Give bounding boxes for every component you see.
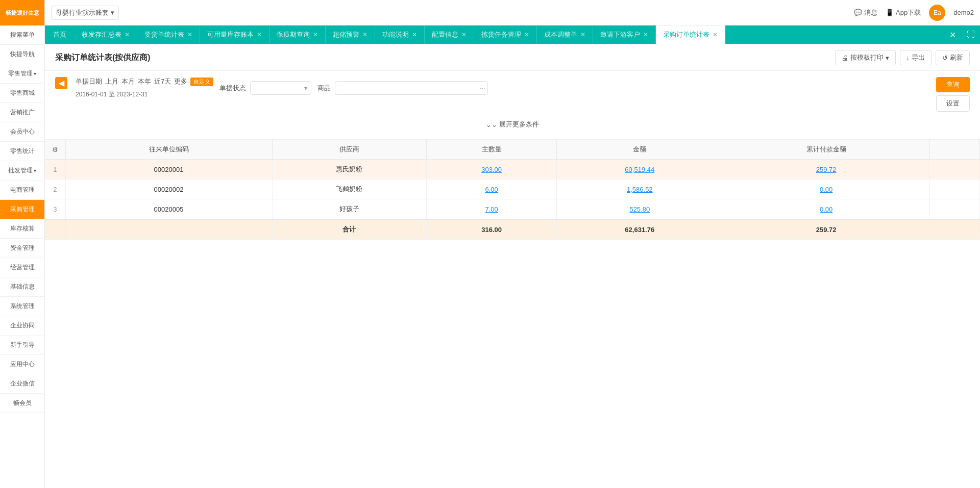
- nav-tab-保质期查询[interactable]: 保质期查询✕: [270, 25, 326, 44]
- shortcut-last-month[interactable]: 上月: [105, 77, 118, 86]
- table-footer: 合计 316.00 62,631.76 259.72: [45, 219, 980, 240]
- refresh-button[interactable]: ↺ 刷新: [936, 50, 970, 65]
- table-row[interactable]: 1 00020001 惠氏奶粉 303.00 60,519.44 259.72: [45, 160, 980, 179]
- nav-tab-首页[interactable]: 首页: [45, 25, 75, 44]
- export-button[interactable]: ↓ 导出: [900, 50, 932, 65]
- status-select[interactable]: [250, 81, 311, 95]
- print-icon: 🖨: [842, 54, 848, 62]
- sidebar-item-电商管理[interactable]: 电商管理: [0, 181, 45, 200]
- tab-close-icon[interactable]: ✕: [187, 31, 192, 38]
- nav-tab-要货单统计表[interactable]: 要货单统计表✕: [137, 25, 200, 44]
- expand-more-btn[interactable]: ⌄⌄ 展开更多条件: [482, 116, 543, 133]
- sidebar-item-库存核算[interactable]: 库存核算: [0, 219, 45, 239]
- goods-dots-btn[interactable]: ···: [480, 85, 485, 92]
- sidebar-item-label: 会员中心: [10, 128, 35, 135]
- nav-tab-可用量库存账本[interactable]: 可用量库存账本✕: [200, 25, 270, 44]
- table-row[interactable]: 2 00020002 飞鹤奶粉 6.00 1,586.52 0.00: [45, 179, 980, 199]
- nav-tab-功能说明[interactable]: 功能说明✕: [375, 25, 425, 44]
- quantity-link[interactable]: 303.00: [481, 166, 502, 173]
- filter-toggle-btn[interactable]: ◀: [55, 77, 67, 89]
- maximize-icon[interactable]: ⛶: [962, 25, 980, 44]
- sidebar-item-经营管理[interactable]: 经营管理: [0, 258, 45, 277]
- query-button[interactable]: 查询: [936, 77, 970, 92]
- sidebar-item-畅会员[interactable]: 畅会员: [0, 394, 45, 413]
- app-logo: 畅捷通好生意: [0, 0, 45, 25]
- shortcut-more[interactable]: 更多: [174, 77, 187, 86]
- unit-code-cell: 00020005: [65, 199, 272, 220]
- column-settings-icon[interactable]: ⚙: [52, 146, 58, 153]
- date-from[interactable]: 2016-01-01: [76, 91, 107, 98]
- nav-tab-采购订单统计表[interactable]: 采购订单统计表✕: [656, 25, 725, 44]
- sidebar-item-搜索菜单[interactable]: 搜索菜单: [0, 25, 45, 45]
- sidebar-item-应用中心[interactable]: 应用中心: [0, 355, 45, 374]
- tab-close-icon[interactable]: ✕: [257, 31, 262, 38]
- tab-close-icon[interactable]: ✕: [313, 31, 318, 38]
- date-to[interactable]: 2023-12-31: [116, 91, 148, 98]
- tab-close-icon[interactable]: ✕: [524, 31, 529, 38]
- custom-badge[interactable]: 自定义: [190, 78, 213, 86]
- workspace-dropdown[interactable]: 母婴行业演示账套 ▾: [51, 6, 119, 20]
- app-download-btn[interactable]: 📱 App下载: [886, 8, 921, 17]
- col-paid-amount: 累计付款金额: [723, 140, 929, 160]
- col-unit-code: 往来单位编码: [65, 140, 272, 160]
- sidebar-item-系统管理[interactable]: 系统管理: [0, 297, 45, 316]
- tab-label: 超储预警: [333, 30, 359, 39]
- sidebar-item-新手引导[interactable]: 新手引导: [0, 336, 45, 355]
- sidebar-item-资金管理[interactable]: 资金管理: [0, 239, 45, 258]
- sidebar-item-企业微信[interactable]: 企业微信: [0, 374, 45, 394]
- print-button[interactable]: 🖨 按模板打印 ▾: [835, 50, 896, 65]
- tab-close-icon[interactable]: ✕: [713, 31, 718, 38]
- paid-amount-link[interactable]: 0.00: [820, 206, 832, 213]
- footer-label: 合计: [272, 219, 427, 240]
- sidebar-item-采购管理[interactable]: 采购管理: [0, 200, 45, 219]
- amount-link[interactable]: 1,586.52: [627, 186, 653, 193]
- sidebar-item-基础信息[interactable]: 基础信息: [0, 277, 45, 297]
- sidebar-item-营销推广[interactable]: 营销推广: [0, 103, 45, 122]
- quantity-link[interactable]: 7.00: [485, 206, 498, 213]
- tab-close-icon[interactable]: ✕: [125, 31, 130, 38]
- nav-right-icons: ✕ ⛶: [943, 25, 980, 44]
- paid-amount-link[interactable]: 259.72: [816, 166, 837, 173]
- nav-tab-超储预警[interactable]: 超储预警✕: [326, 25, 375, 44]
- nav-tab-收发存汇总表[interactable]: 收发存汇总表✕: [75, 25, 137, 44]
- sidebar-item-会员中心[interactable]: 会员中心: [0, 122, 45, 142]
- nav-tab-配置信息[interactable]: 配置信息✕: [425, 25, 474, 44]
- tab-close-icon[interactable]: ✕: [461, 31, 467, 38]
- message-btn[interactable]: 💬 消息: [854, 8, 877, 17]
- col-extra: [929, 140, 979, 160]
- row-extra: [929, 199, 979, 220]
- close-tab-icon[interactable]: ✕: [943, 25, 962, 44]
- sidebar-item-label: 电商管理: [10, 186, 35, 193]
- nav-tab-拣货任务管理[interactable]: 拣货任务管理✕: [474, 25, 537, 44]
- tab-close-icon[interactable]: ✕: [412, 31, 417, 38]
- tab-close-icon[interactable]: ✕: [643, 31, 648, 38]
- sidebar-item-零售管理[interactable]: 零售管理▾: [0, 64, 45, 84]
- sidebar-item-企业协同[interactable]: 企业协同: [0, 316, 45, 336]
- shortcut-7days[interactable]: 近7天: [154, 77, 171, 86]
- shortcut-this-month[interactable]: 本月: [121, 77, 135, 86]
- nav-tab-成本调整单[interactable]: 成本调整单✕: [537, 25, 593, 44]
- table-row[interactable]: 3 00020005 好孩子 7.00 525.80 0.00: [45, 199, 980, 220]
- nav-tab-邀请下游客户[interactable]: 邀请下游客户✕: [593, 25, 656, 44]
- goods-input[interactable]: [335, 81, 488, 95]
- shortcut-this-year[interactable]: 本年: [138, 77, 151, 86]
- avatar[interactable]: Ea: [929, 5, 945, 21]
- username-label[interactable]: demo2: [953, 9, 974, 16]
- tab-label: 配置信息: [432, 30, 458, 39]
- sidebar-item-零售统计[interactable]: 零售统计: [0, 142, 45, 161]
- sidebar-item-快捷导航[interactable]: 快捷导航: [0, 45, 45, 64]
- quantity-link[interactable]: 6.00: [485, 186, 498, 193]
- amount-link[interactable]: 60,519.44: [625, 166, 654, 173]
- date-label: 单据日期: [76, 77, 102, 86]
- tab-close-icon[interactable]: ✕: [362, 31, 368, 38]
- sidebar-item-零售商城[interactable]: 零售商城: [0, 84, 45, 103]
- tab-close-icon[interactable]: ✕: [580, 31, 585, 38]
- message-label: 消息: [864, 8, 877, 17]
- unit-code-cell: 00020001: [65, 160, 272, 179]
- settings-button[interactable]: 设置: [936, 95, 970, 112]
- arrow-down-icon: ▾: [34, 71, 36, 76]
- amount-link[interactable]: 525.80: [629, 206, 650, 213]
- sidebar-item-label: 系统管理: [10, 302, 35, 310]
- paid-amount-link[interactable]: 0.00: [820, 186, 832, 193]
- sidebar-item-批发管理[interactable]: 批发管理▾: [0, 161, 45, 181]
